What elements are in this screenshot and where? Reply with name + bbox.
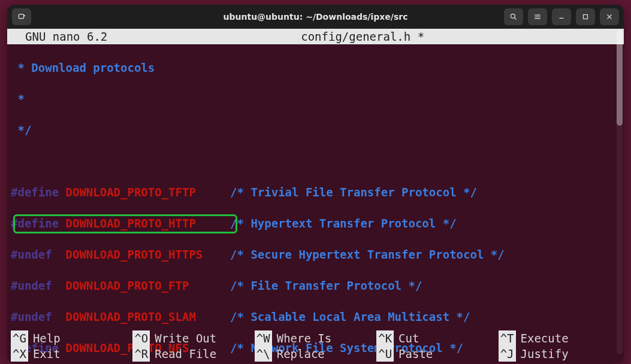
terminal-body[interactable]: GNU nano 6.2 config/general.h * * Downlo… [7, 29, 624, 363]
search-icon [509, 13, 518, 21]
macro-http: DOWNLOAD_PROTO_HTTP [66, 217, 196, 230]
comment-tftp: /* Trivial File Transfer Protocol */ [230, 186, 477, 199]
footer-paste[interactable]: ^UPaste [376, 346, 498, 362]
footer-execute[interactable]: ^TExecute [499, 330, 620, 346]
preproc-undef: #undef [11, 248, 59, 261]
svg-rect-9 [584, 15, 588, 19]
comment-https: /* Secure Hypertext Transfer Protocol */ [230, 248, 505, 261]
preproc-define: #define [11, 217, 59, 230]
minimize-button[interactable] [552, 8, 571, 25]
footer-help[interactable]: ^GHelp [11, 330, 132, 346]
minimize-icon [557, 13, 566, 21]
titlebar: ubuntu@ubuntu: ~/Downloads/ipxe/src [7, 5, 624, 29]
macro-slam: DOWNLOAD_PROTO_SLAM [66, 310, 196, 323]
nano-header: GNU nano 6.2 config/general.h * [7, 29, 624, 44]
new-tab-button[interactable] [12, 8, 31, 25]
preproc-undef: #undef [11, 310, 59, 323]
footer-cut[interactable]: ^KCut [376, 330, 498, 346]
footer-readfile[interactable]: ^RRead File [132, 346, 254, 362]
scrollbar-thumb[interactable] [617, 30, 623, 126]
nano-app-name: GNU nano 6.2 [13, 29, 107, 44]
search-button[interactable] [504, 8, 523, 25]
macro-https: DOWNLOAD_PROTO_HTTPS [66, 248, 203, 261]
comment-slam: /* Scalable Local Area Multicast */ [230, 310, 470, 323]
terminal-window: ubuntu@ubuntu: ~/Downloads/ipxe/src [7, 5, 624, 363]
footer-replace[interactable]: ^\Replace [255, 346, 376, 362]
close-button[interactable] [600, 8, 619, 25]
comment-ftp: /* File Transfer Protocol */ [230, 279, 422, 292]
comment-line: * Download protocols [11, 61, 155, 74]
comment-line: * [11, 92, 25, 105]
close-icon [605, 13, 614, 21]
preproc-define: #define [11, 186, 59, 199]
svg-line-4 [515, 18, 517, 20]
preproc-undef: #undef [11, 279, 59, 292]
footer-whereis[interactable]: ^WWhere Is [255, 330, 376, 346]
scrollbar[interactable] [617, 30, 623, 354]
maximize-button[interactable] [576, 8, 595, 25]
nano-file-name: config/general.h * [107, 29, 618, 44]
comment-http: /* Hypertext Transfer Protocol */ [230, 217, 457, 230]
footer-exit[interactable]: ^XExit [11, 346, 132, 362]
menu-button[interactable] [528, 8, 547, 25]
footer-writeout[interactable]: ^OWrite Out [132, 330, 254, 346]
hamburger-icon [533, 13, 542, 21]
footer-justify[interactable]: ^JJustify [499, 346, 620, 362]
editor-area[interactable]: * Download protocols * */ #define DOWNLO… [7, 44, 624, 363]
nano-footer: ^GHelp ^OWrite Out ^WWhere Is ^KCut ^TEx… [11, 330, 620, 362]
comment-line: */ [11, 123, 31, 136]
svg-rect-0 [19, 14, 23, 19]
svg-point-3 [511, 14, 515, 18]
macro-ftp: DOWNLOAD_PROTO_FTP [66, 279, 189, 292]
maximize-icon [581, 13, 590, 21]
macro-tftp: DOWNLOAD_PROTO_TFTP [66, 186, 196, 199]
new-tab-icon [17, 13, 26, 21]
